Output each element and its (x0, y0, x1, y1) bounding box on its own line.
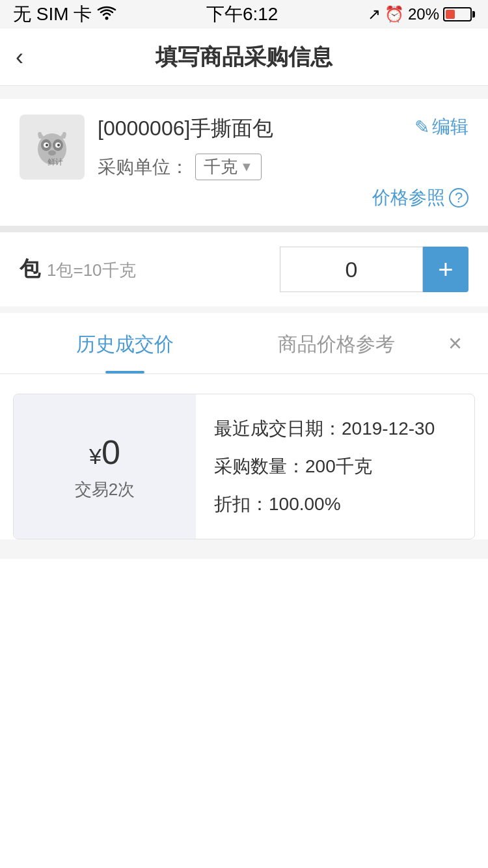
status-time: 下午6:12 (206, 2, 278, 27)
tab-close-button[interactable]: × (442, 323, 468, 364)
price-ref-button[interactable]: 价格参照 ? (372, 185, 468, 210)
svg-point-7 (57, 144, 60, 146)
quantity-label: 包 1包=10千克 (20, 255, 136, 284)
unit-label: 采购单位： (98, 155, 189, 180)
discount-row: 折扣：100.00% (214, 491, 456, 518)
quantity-input-group: 0 + (280, 247, 468, 292)
svg-point-6 (46, 144, 48, 146)
quantity-conversion: 1包=10千克 (47, 259, 136, 282)
history-details: 最近成交日期：2019-12-30 采购数量：200千克 折扣：100.00% (196, 394, 474, 539)
history-price-value: ¥0 (89, 433, 120, 472)
edit-icon: ✎ (414, 116, 429, 138)
wifi-icon (97, 4, 116, 25)
product-card: 鲜计 [0000006]手撕面包 采购单位： 千克 ▼ ✎ 编辑 价格参照 (0, 99, 488, 226)
back-button[interactable]: ‹ (16, 44, 23, 71)
product-image-icon: 鲜计 (29, 124, 75, 170)
quantity-unit: 包 (20, 255, 40, 284)
product-image: 鲜计 (20, 115, 85, 180)
status-carrier: 无 SIM 卡 (13, 2, 116, 27)
history-price-section: ¥0 交易2次 (14, 394, 196, 539)
battery-percent: 20% (408, 5, 439, 23)
tabs-section: 历史成交价 商品价格参考 × ¥0 交易2次 最近成交日期：2019-12-30… (0, 313, 488, 539)
svg-text:鲜计: 鲜计 (47, 157, 63, 167)
edit-button[interactable]: ✎ 编辑 (414, 115, 468, 139)
section-divider (0, 226, 488, 232)
currency-symbol: ¥ (89, 444, 102, 468)
price-ref-icon: ? (449, 188, 468, 208)
carrier-text: 无 SIM 卡 (13, 2, 92, 27)
tabs-header: 历史成交价 商品价格参考 × (0, 313, 488, 374)
nav-bar: ‹ 填写商品采购信息 (0, 29, 488, 86)
page-content-area (0, 559, 488, 868)
unit-selector[interactable]: 千克 ▼ (195, 154, 262, 180)
svg-point-0 (105, 17, 109, 20)
trade-count: 交易2次 (75, 478, 135, 501)
tab-history-price[interactable]: 历史成交价 (20, 313, 230, 373)
svg-point-8 (48, 150, 56, 156)
unit-arrow: ▼ (240, 159, 253, 174)
alarm-icon: ⏰ (385, 5, 404, 23)
product-unit-row: 采购单位： 千克 ▼ (98, 154, 273, 180)
quantity-input[interactable]: 0 (280, 247, 423, 292)
page-title: 填写商品采购信息 (156, 42, 332, 72)
battery-icon (443, 7, 475, 21)
product-info: [0000006]手撕面包 采购单位： 千克 ▼ (98, 115, 273, 180)
tab-price-ref[interactable]: 商品价格参考 (230, 313, 441, 373)
product-name: [0000006]手撕面包 (98, 115, 273, 143)
location-icon: ↗ (368, 5, 381, 23)
quantity-plus-button[interactable]: + (423, 247, 468, 292)
status-bar: 无 SIM 卡 下午6:12 ↗ ⏰ 20% (0, 0, 488, 29)
quantity-row: 包 1包=10千克 0 + (0, 232, 488, 306)
status-right: ↗ ⏰ 20% (368, 5, 475, 23)
recent-date-row: 最近成交日期：2019-12-30 (214, 415, 456, 442)
purchase-qty-row: 采购数量：200千克 (214, 453, 456, 480)
history-card: ¥0 交易2次 最近成交日期：2019-12-30 采购数量：200千克 折扣：… (13, 394, 475, 539)
